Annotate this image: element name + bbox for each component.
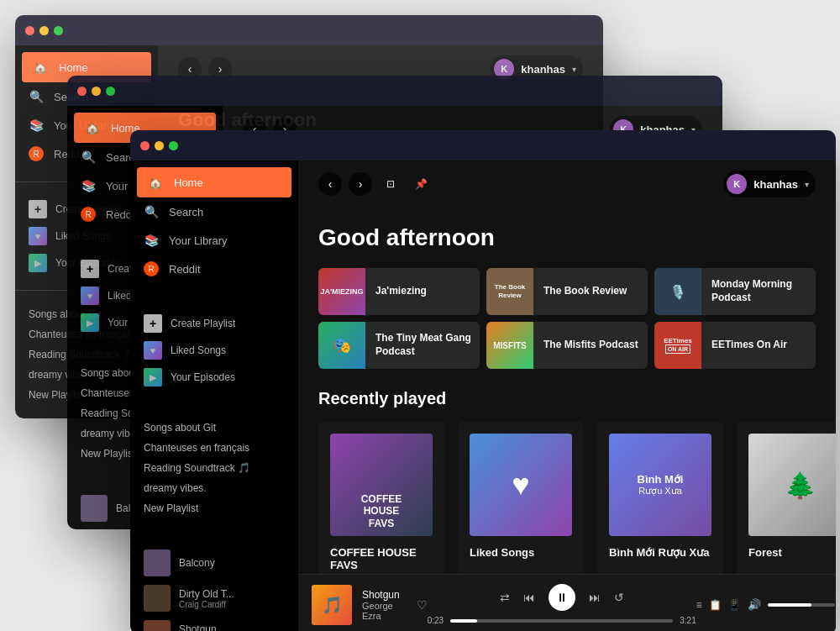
- prev-button[interactable]: ⏮: [523, 591, 535, 604]
- current-time: 0:23: [428, 616, 444, 625]
- featured-card-book-3[interactable]: The BookReview The Book Review: [486, 268, 648, 315]
- card-img-book-3: The BookReview: [486, 268, 533, 315]
- reddit-icon-2: R: [81, 207, 96, 222]
- minimize-dot-3[interactable]: [155, 141, 164, 150]
- forward-button-3[interactable]: ›: [349, 172, 372, 196]
- player-song-title: Shotgun: [362, 589, 400, 601]
- maximize-dot-3[interactable]: [169, 141, 178, 150]
- window-btn-3[interactable]: ⊡: [379, 172, 402, 196]
- recently-shotgun-3[interactable]: Shotgun George Ezra: [130, 616, 298, 631]
- maximize-dot-2[interactable]: [106, 87, 115, 96]
- device-icon[interactable]: 📱: [728, 599, 741, 611]
- featured-grid-3: JA'MIEZING Ja'miezing The BookReview The…: [318, 268, 816, 369]
- sidebar-item-reddit-3[interactable]: R Reddit: [130, 255, 298, 283]
- progress-fill: [450, 619, 477, 623]
- album-img-coffeehouse: COFFEEHOUSEFAVS: [330, 434, 433, 536]
- playlist-3-3[interactable]: Reading Soundtrack 🎵: [130, 458, 298, 478]
- featured-card-tinymeat-3[interactable]: 🎭 The Tiny Meat Gang Podcast: [318, 322, 480, 369]
- sidebar-item-search-3[interactable]: 🔍 Search: [130, 197, 298, 226]
- playlist-3-2[interactable]: Chanteuses en français: [130, 438, 298, 458]
- username-3: khanhas: [753, 178, 798, 191]
- featured-card-misfits-3[interactable]: MISFITS The Misfits Podcast: [486, 322, 648, 369]
- player-bar: 🎵 Shotgun George Ezra ♡ ⇄ ⏮ ⏸ ⏭ ↺: [298, 574, 836, 631]
- reddit-icon: R: [29, 146, 44, 161]
- back-button-3[interactable]: ‹: [318, 172, 342, 196]
- liked-songs-label-3: Liked Songs: [171, 344, 226, 356]
- title-bar-3: [130, 130, 836, 160]
- episodes-icon-2: ▶: [81, 313, 99, 332]
- album-card-forest[interactable]: 🌲 Forest: [737, 422, 836, 574]
- next-button[interactable]: ⏭: [589, 591, 601, 604]
- card-img-tiny-3: 🎭: [318, 322, 365, 369]
- playlist-3-5[interactable]: New Playlist: [130, 498, 298, 518]
- home-icon-3: 🏠: [147, 174, 164, 191]
- sidebar-label-home-3: Home: [174, 176, 203, 189]
- card-img-misfits-3: MISFITS: [486, 322, 533, 369]
- playlist-3-1[interactable]: Songs about Git: [130, 418, 298, 438]
- nav-buttons-3: ‹ › ⊡ 📌: [318, 172, 433, 196]
- progress-bar-container[interactable]: 0:23 3:21: [428, 616, 696, 625]
- search-icon-3: 🔍: [144, 204, 159, 219]
- search-icon-2: 🔍: [81, 150, 96, 165]
- thumb-balcony: [81, 495, 108, 522]
- sidebar-item-library-3[interactable]: 📚 Your Library: [130, 226, 298, 255]
- album-card-coffeehouse[interactable]: COFFEEHOUSEFAVS COFFEE HOUSE FAVS: [318, 422, 444, 574]
- scroll-area-3[interactable]: Good afternoon JA'MIEZING Ja'miezing: [298, 208, 836, 574]
- close-dot[interactable]: [25, 26, 34, 35]
- card-title-jam-3: Ja'miezing: [375, 285, 427, 298]
- maximize-dot[interactable]: [54, 26, 63, 35]
- minimize-dot-2[interactable]: [92, 87, 101, 96]
- sidebar-liked-songs-3[interactable]: ♥ Liked Songs: [130, 337, 298, 364]
- album-title-binhmoi: Bình Mới Rượu Xưa: [609, 546, 711, 559]
- user-menu-3[interactable]: K khanhas ▾: [723, 171, 816, 197]
- card-title-misfits-3: The Misfits Podcast: [543, 339, 638, 352]
- library-icon: 📚: [29, 118, 44, 133]
- search-icon: 🔍: [29, 89, 44, 104]
- recently-balcony-3[interactable]: Balcony: [130, 545, 298, 581]
- minimize-dot[interactable]: [39, 26, 49, 35]
- add-icon: +: [29, 200, 47, 218]
- sidebar-label-library-3: Your Library: [169, 234, 228, 247]
- sidebar-create-playlist-3[interactable]: + Create Playlist: [130, 310, 298, 337]
- episodes-icon: ▶: [29, 254, 47, 272]
- main-content-3: ‹ › ⊡ 📌 K khanhas ▾ Good afternoon: [298, 160, 836, 631]
- album-img-binhmoi: Bình Mới Rượu Xưa: [609, 434, 711, 536]
- featured-card-monday-3[interactable]: 🎙️ Monday Morning Podcast: [654, 268, 816, 315]
- volume-bar[interactable]: [768, 603, 835, 607]
- album-card-binhmoi[interactable]: Bình Mới Rượu Xưa Bình Mới Rượu Xưa: [597, 422, 723, 574]
- close-dot-3[interactable]: [140, 141, 150, 150]
- add-icon-2: +: [81, 260, 99, 278]
- album-card-liked[interactable]: ♥ Liked Songs: [458, 422, 584, 574]
- volume-icon[interactable]: 🔊: [748, 598, 761, 611]
- album-title-liked: Liked Songs: [470, 546, 572, 559]
- total-time: 3:21: [680, 616, 696, 625]
- thumb-shotgun-3: [144, 620, 171, 631]
- heart-player-icon[interactable]: ♡: [417, 598, 428, 612]
- album-img-forest: 🌲: [748, 434, 836, 536]
- chevron-down-icon-3: ▾: [805, 180, 809, 189]
- shuffle-button[interactable]: ⇄: [500, 591, 510, 604]
- card-title-ee-3: EETimes On Air: [711, 339, 787, 352]
- featured-card-jamiezing-3[interactable]: JA'MIEZING Ja'miezing: [318, 268, 480, 315]
- sidebar-label-home: Home: [59, 61, 88, 74]
- play-pause-button[interactable]: ⏸: [549, 584, 575, 611]
- thumb-balcony-3: [144, 549, 171, 576]
- sidebar-episodes-3[interactable]: ▶ Your Episodes: [130, 364, 298, 391]
- player-right: ≡ 📋 📱 🔊 ⛶: [696, 598, 836, 611]
- sidebar-item-home-3[interactable]: 🏠 Home: [137, 167, 291, 197]
- pin-btn-3[interactable]: 📌: [409, 172, 433, 196]
- progress-track[interactable]: [450, 619, 673, 623]
- window-front: 🏠 Home 🔍 Search 📚 Your Library R Reddit: [130, 130, 836, 631]
- library-icon-2: 📚: [81, 178, 96, 193]
- recently-dirty-3[interactable]: Dirty Old T... Craig Cardiff: [130, 581, 298, 616]
- close-dot-2[interactable]: [77, 87, 87, 96]
- queue-icon[interactable]: 📋: [709, 599, 722, 611]
- card-title-tiny-3: The Tiny Meat Gang Podcast: [375, 332, 480, 358]
- lyrics-icon[interactable]: ≡: [696, 599, 702, 611]
- playlist-3-4[interactable]: dreamy vibes.: [130, 478, 298, 498]
- repeat-button[interactable]: ↺: [614, 591, 624, 604]
- heart-icon-3: ♥: [144, 341, 162, 360]
- thumb-dirty-3: [144, 585, 171, 612]
- featured-card-eetimes-3[interactable]: EETimes ON AIR EETimes On Air: [654, 322, 816, 369]
- recently-played-row: COFFEEHOUSEFAVS COFFEE HOUSE FAVS ♥ Like…: [318, 422, 816, 574]
